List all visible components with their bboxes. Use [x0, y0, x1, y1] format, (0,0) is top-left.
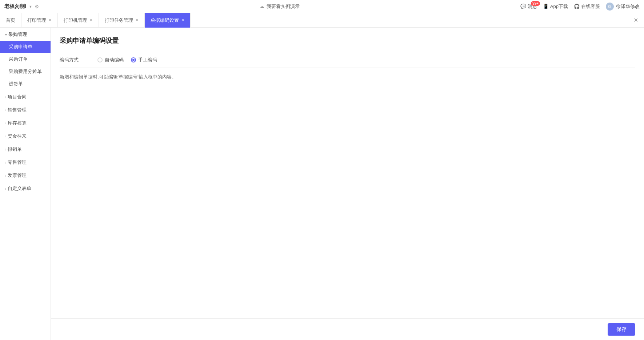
tab-printer-management[interactable]: 打印机管理 ✕ [58, 13, 99, 28]
tab-print-task-management-label: 打印任务管理 [105, 17, 133, 24]
encode-section: 编码方式 自动编码 手工编码 新增和编辑单据时,可以编辑'单据编号'输入框中的内… [60, 52, 635, 80]
sidebar-label-sales-management: 销售管理 [8, 107, 27, 113]
tab-barcode-settings[interactable]: 单据编码设置 ✕ [145, 13, 191, 28]
encode-row: 编码方式 自动编码 手工编码 [60, 52, 635, 68]
app-download-button[interactable]: 📱 App下载 [543, 3, 568, 10]
app-download-label: App下载 [550, 3, 568, 10]
tab-print-management-label: 打印管理 [27, 17, 46, 24]
sidebar-label-inventory: 库存核算 [8, 120, 27, 126]
sidebar-group-purchase: ▾ 采购管理 采购申请单 采购订单 采购费用分摊单 进货单 [0, 28, 51, 90]
user-name: 徐泽华修改 [616, 3, 640, 10]
sidebar-item-purchase-order[interactable]: 采购订单 [0, 53, 51, 65]
online-service-button[interactable]: 🎧 在线客服 [574, 3, 600, 10]
sidebar-item-inventory[interactable]: › 库存核算 [0, 116, 51, 129]
top-bar-right: 💬 消息 99+ 📱 App下载 🎧 在线客服 徐 徐泽华修改 [520, 3, 640, 11]
app-icon: 📱 [543, 4, 549, 9]
top-bar-left: 老板勿削! ▾ ⚙ [4, 3, 39, 10]
content-area: 采购申请单编码设置 编码方式 自动编码 手工编码 [51, 28, 644, 340]
sidebar-item-project-contract[interactable]: › 项目合同 [0, 90, 51, 103]
online-service-label: 在线客服 [581, 3, 600, 10]
encode-label: 编码方式 [60, 57, 89, 63]
message-badge: 99+ [531, 1, 540, 6]
sidebar-item-fund-transactions[interactable]: › 资金往来 [0, 129, 51, 142]
gear-icon[interactable]: ⚙ [35, 4, 39, 9]
chevron-right-icon: › [5, 174, 6, 178]
tab-printer-management-close-icon[interactable]: ✕ [89, 18, 93, 23]
cloud-icon: ☁ [260, 4, 264, 9]
chevron-right-icon: › [5, 134, 6, 138]
sidebar: ▾ 采购管理 采购申请单 采购订单 采购费用分摊单 进货单 › 项目合同 › 销… [0, 28, 51, 340]
radio-group: 自动编码 手工编码 [97, 57, 157, 63]
tab-bar: 首页 打印管理 ✕ 打印机管理 ✕ 打印任务管理 ✕ 单据编码设置 ✕ ✕ [0, 13, 644, 28]
radio-auto-option[interactable]: 自动编码 [97, 57, 124, 63]
tab-print-task-management[interactable]: 打印任务管理 ✕ [99, 13, 145, 28]
top-bar-center: ☁ 我要看实例演示 [260, 3, 300, 10]
tab-print-management[interactable]: 打印管理 ✕ [21, 13, 58, 28]
demo-text[interactable]: 我要看实例演示 [267, 3, 300, 10]
sidebar-item-invoice-management[interactable]: › 发票管理 [0, 169, 51, 182]
chevron-right-icon: › [5, 187, 6, 191]
radio-manual-label: 手工编码 [138, 57, 157, 63]
sidebar-item-purchase-request[interactable]: 采购申请单 [0, 41, 51, 53]
sidebar-item-sales-management[interactable]: › 销售管理 [0, 103, 51, 116]
sidebar-item-purchase-expense[interactable]: 采购费用分摊单 [0, 65, 51, 78]
sidebar-group-label-purchase: 采购管理 [8, 31, 27, 38]
top-bar: 老板勿削! ▾ ⚙ ☁ 我要看实例演示 💬 消息 99+ 📱 App下载 🎧 在… [0, 0, 644, 13]
tab-printer-management-label: 打印机管理 [64, 17, 87, 24]
avatar: 徐 [606, 3, 614, 11]
page-title: 采购申请单编码设置 [60, 36, 635, 45]
radio-manual-circle [131, 57, 136, 62]
tab-print-task-management-close-icon[interactable]: ✕ [135, 18, 139, 23]
sidebar-item-expense-report[interactable]: › 报销单 [0, 142, 51, 155]
sidebar-label-fund-transactions: 资金往来 [8, 133, 27, 139]
tab-print-management-close-icon[interactable]: ✕ [48, 18, 52, 23]
message-button[interactable]: 💬 消息 99+ [520, 3, 537, 10]
message-icon: 💬 [520, 4, 526, 9]
sidebar-label-custom-form: 自定义表单 [8, 185, 31, 192]
main-layout: ▾ 采购管理 采购申请单 采购订单 采购费用分摊单 进货单 › 项目合同 › 销… [0, 28, 644, 340]
sidebar-label-retail-management: 零售管理 [8, 159, 27, 166]
close-all-tabs-button[interactable]: ✕ [628, 17, 644, 24]
radio-auto-label: 自动编码 [105, 57, 124, 63]
radio-manual-option[interactable]: 手工编码 [131, 57, 157, 63]
sidebar-item-goods-receipt[interactable]: 进货单 [0, 78, 51, 90]
sidebar-item-custom-form[interactable]: › 自定义表单 [0, 182, 51, 195]
sidebar-label-invoice-management: 发票管理 [8, 172, 27, 179]
hint-text: 新增和编辑单据时,可以编辑'单据编号'输入框中的内容。 [60, 74, 635, 80]
chevron-right-icon: › [5, 121, 6, 125]
chevron-right-icon: › [5, 161, 6, 165]
dropdown-arrow-icon[interactable]: ▾ [29, 4, 32, 9]
chevron-right-icon: › [5, 108, 6, 112]
logo-text[interactable]: 老板勿削! [4, 3, 27, 10]
radio-auto-circle [97, 57, 103, 62]
content-inner: 采购申请单编码设置 编码方式 自动编码 手工编码 [51, 28, 644, 318]
tab-barcode-settings-close-icon[interactable]: ✕ [181, 18, 184, 23]
sidebar-label-expense-report: 报销单 [8, 146, 22, 153]
sidebar-group-header-purchase[interactable]: ▾ 采购管理 [0, 28, 51, 41]
sidebar-label-project-contract: 项目合同 [8, 94, 27, 100]
service-icon: 🎧 [574, 4, 580, 9]
chevron-right-icon: › [5, 95, 6, 99]
tab-home-label: 首页 [6, 17, 15, 24]
chevron-right-icon: › [5, 147, 6, 151]
tab-home[interactable]: 首页 [0, 13, 21, 28]
chevron-down-icon: ▾ [5, 33, 7, 37]
user-area[interactable]: 徐 徐泽华修改 [606, 3, 640, 11]
content-footer: 保存 [51, 318, 644, 340]
tab-barcode-settings-label: 单据编码设置 [151, 17, 179, 24]
save-button[interactable]: 保存 [608, 323, 635, 336]
sidebar-item-retail-management[interactable]: › 零售管理 [0, 155, 51, 169]
